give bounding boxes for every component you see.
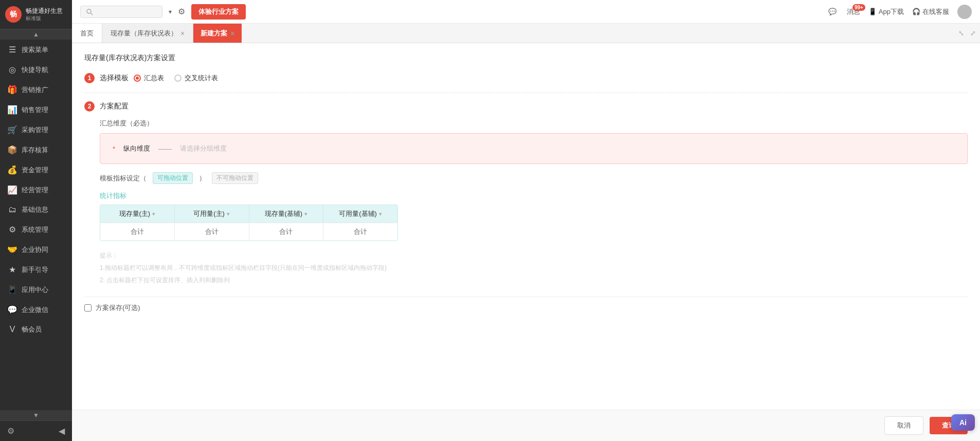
basic-info-icon: 🗂 [7, 205, 17, 214]
sidebar-item-wechat[interactable]: 💬 企业微信 [0, 300, 72, 320]
step2-badge: 2 [84, 101, 95, 112]
sidebar-item-label: 搜索菜单 [22, 45, 48, 54]
settings-icon[interactable]: ⚙ [7, 426, 14, 436]
dimension-box: * 纵向维度 —— 请选择分组维度 [100, 133, 968, 164]
online-service-btn[interactable]: 🎧 在线客服 [912, 7, 949, 16]
cell-1-4: 合计 [323, 223, 397, 241]
dimension-required-mark: * [113, 145, 115, 153]
step1-section: 1 选择模板 汇总表 交叉统计表 [84, 73, 968, 83]
cancel-button[interactable]: 取消 [884, 416, 923, 435]
sidebar-item-search-menu[interactable]: ☰ 搜索菜单 [0, 40, 72, 60]
indicator-setting-label: 模板指标设定（ [100, 174, 147, 183]
tab-shrink-icon[interactable]: ⤡ [958, 29, 964, 37]
cell-1-3: 合计 [249, 223, 324, 241]
sidebar-item-inventory[interactable]: 📦 库存核算 [0, 140, 72, 160]
message-icon: 💬 [828, 8, 837, 15]
sidebar-item-label: 畅会员 [22, 325, 42, 334]
trial-btn[interactable]: 体验行业方案 [191, 4, 246, 20]
logo-sub: 标准版 [26, 15, 63, 22]
page-title: 现存量(库存状况表)方案设置 [84, 53, 968, 63]
headset-icon: 🎧 [912, 8, 920, 15]
sidebar-item-enterprise[interactable]: 🤝 企业协同 [0, 240, 72, 260]
save-checkbox[interactable] [84, 304, 92, 311]
sidebar-bottom: ⚙ ◀ [0, 420, 72, 441]
online-service-label: 在线客服 [922, 7, 949, 16]
tab-home[interactable]: 首页 [72, 24, 102, 43]
sidebar-item-label: 企业微信 [22, 305, 48, 315]
col1-chevron: ▾ [152, 211, 155, 217]
col4-chevron: ▾ [379, 211, 382, 217]
tips-text: 提示： 1.拖动标题栏可以调整布局，不可跨维度或指标区域拖动栏目字段(只能在同一… [100, 249, 968, 286]
dimension-placeholder: 请选择分组维度 [180, 144, 227, 153]
svg-point-0 [87, 9, 91, 13]
tab-inventory[interactable]: 现存量（库存状况表） × [102, 24, 193, 43]
sidebar-item-sales[interactable]: 📊 销售管理 [0, 100, 72, 120]
sales-icon: 📊 [7, 105, 17, 115]
sidebar-item-member[interactable]: V 畅会员 [0, 320, 72, 339]
radio-cross-label: 交叉统计表 [185, 74, 218, 83]
app-center-icon: 📱 [7, 285, 17, 295]
save-checkbox-row: 方案保存(可选) [84, 297, 968, 313]
app-download-label: App下载 [879, 7, 904, 16]
sidebar-scroll-down[interactable]: ▼ [0, 410, 72, 420]
step2-section: 2 方案配置 汇总维度（必选） * 纵向维度 —— 请选择分组维度 模板指标设定… [84, 101, 968, 286]
sidebar-item-label: 新手引导 [22, 265, 48, 274]
tabbar: 首页 现存量（库存状况表） × 新建方案 × ⤡ ⤢ [72, 24, 980, 43]
quick-nav-icon: ◎ [7, 65, 17, 75]
new-tab-label: 新建方案 [201, 29, 227, 38]
stats-section-label: 统计指标 [100, 191, 968, 200]
radio-summary[interactable]: 汇总表 [134, 74, 164, 83]
tab-new[interactable]: 新建方案 × [193, 24, 242, 43]
sidebar-item-label: 基础信息 [22, 205, 48, 214]
tab-expand-icon[interactable]: ⤢ [970, 29, 976, 37]
col1-label: 现存量(主) [119, 209, 151, 218]
step2-title: 方案配置 [100, 102, 129, 111]
sidebar-item-label: 经营管理 [22, 186, 48, 195]
sidebar-item-operation[interactable]: 📈 经营管理 [0, 180, 72, 200]
col2-header[interactable]: 可用量(主) ▾ [175, 205, 249, 223]
topbar-search-box[interactable] [80, 6, 162, 18]
message-btn[interactable]: 💬 99+ 消息 [828, 7, 860, 16]
sidebar-item-finance[interactable]: 💰 资金管理 [0, 160, 72, 180]
col4-label: 可用量(基辅) [339, 209, 377, 218]
stats-table: 现存量(主) ▾ 可用量(主) ▾ 现存量(基辅) ▾ [100, 205, 398, 241]
col3-header[interactable]: 现存量(基辅) ▾ [249, 205, 324, 223]
sidebar-item-quick-nav[interactable]: ◎ 快捷导航 [0, 60, 72, 80]
tip2: 2. 点击标题栏下拉可设置排序、插入列和删除列 [100, 274, 968, 286]
app-download-icon: 📱 [868, 8, 877, 15]
sidebar-item-label: 资金管理 [22, 166, 48, 175]
col2-label: 可用量(主) [193, 209, 225, 218]
col2-chevron: ▾ [227, 211, 230, 217]
step2-header: 2 方案配置 [84, 101, 968, 112]
guide-icon: ★ [7, 265, 17, 274]
sidebar-item-purchase[interactable]: 🛒 采购管理 [0, 120, 72, 140]
radio-cross[interactable]: 交叉统计表 [174, 74, 218, 83]
wechat-icon: 💬 [7, 305, 17, 315]
sidebar-scroll-up[interactable]: ▲ [0, 29, 72, 40]
topbar-gear-icon[interactable]: ⚙ [178, 7, 185, 16]
inventory-tab-close[interactable]: × [180, 30, 185, 37]
sidebar-item-system[interactable]: ⚙ 系统管理 [0, 219, 72, 240]
sidebar-logo: 畅 畅捷通好生意 标准版 [0, 0, 72, 29]
sidebar-nav: ☰ 搜索菜单 ◎ 快捷导航 🎁 营销推广 📊 销售管理 🛒 采购管理 📦 库存核… [0, 40, 72, 410]
topbar-dropdown-btn[interactable]: ▾ [169, 8, 172, 15]
template-radio-group: 汇总表 交叉统计表 [134, 74, 218, 83]
sound-icon[interactable]: ◀ [59, 426, 65, 436]
app-download-btn[interactable]: 📱 App下载 [868, 7, 904, 16]
sidebar-item-app-center[interactable]: 📱 应用中心 [0, 280, 72, 300]
user-avatar[interactable] [957, 5, 972, 19]
draggable-tag: 可拖动位置 [153, 172, 193, 184]
new-tab-close[interactable]: × [230, 30, 234, 37]
col1-header[interactable]: 现存量(主) ▾ [100, 205, 175, 223]
sidebar-item-basic-info[interactable]: 🗂 基础信息 [0, 200, 72, 219]
col4-header[interactable]: 可用量(基辅) ▾ [323, 205, 397, 223]
sidebar-item-marketing[interactable]: 🎁 营销推广 [0, 80, 72, 100]
ai-button[interactable]: Ai [951, 414, 975, 431]
radio-summary-circle [134, 75, 141, 82]
non-draggable-tag: 不可拖动位置 [212, 172, 258, 184]
save-checkbox-label: 方案保存(可选) [96, 303, 140, 313]
sidebar-item-guide[interactable]: ★ 新手引导 [0, 260, 72, 280]
tips-section: 提示： 1.拖动标题栏可以调整布局，不可跨维度或指标区域拖动栏目字段(只能在同一… [100, 249, 968, 286]
indicator-setting: 模板指标设定（ 可拖动位置 ） 不可拖动位置 [100, 172, 968, 184]
search-input[interactable] [96, 8, 153, 15]
